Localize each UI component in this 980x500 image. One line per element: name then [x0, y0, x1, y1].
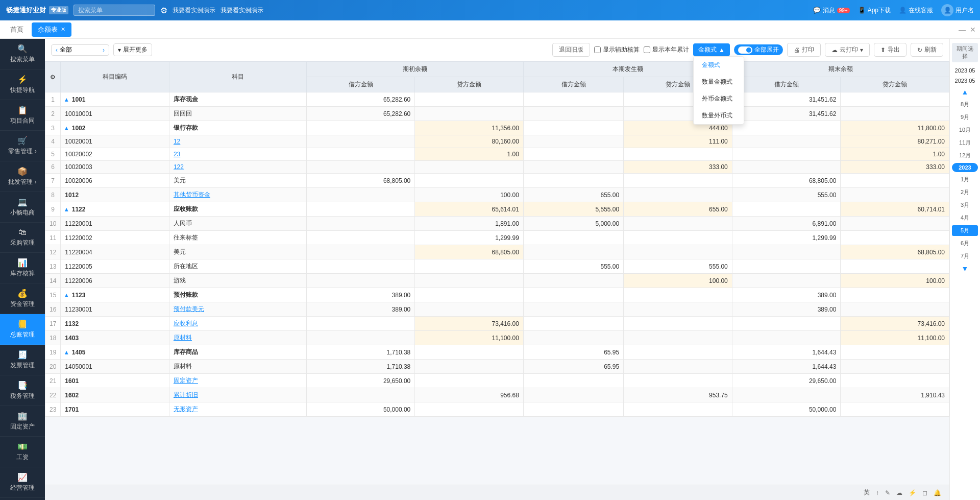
sidebar-item-invoice[interactable]: 🧾 发票管理	[0, 345, 45, 375]
project-icon: 📋	[2, 105, 43, 115]
month-jan[interactable]: 1月	[952, 174, 978, 185]
sidebar-item-nav[interactable]: ⚡ 快捷导航	[0, 69, 45, 100]
demo-link[interactable]: 我要看实例演示	[173, 6, 215, 15]
sidebar-item-ecommerce[interactable]: 💻 小畅电商	[0, 192, 45, 223]
col-settings-icon[interactable]: ⚙	[50, 74, 56, 81]
status-item-lang[interactable]: 英	[864, 488, 870, 497]
month-may[interactable]: 5月	[952, 225, 978, 236]
table-row-name[interactable]: 固定资产	[169, 374, 306, 388]
user-action[interactable]: 👤 用户名	[941, 4, 974, 16]
month-dec[interactable]: 12月	[952, 150, 978, 161]
app-download-action[interactable]: 📱 App下载	[858, 6, 891, 15]
month-aug[interactable]: 8月	[952, 99, 978, 110]
sidebar-item-wholesale[interactable]: 📦 批发管理 ›	[0, 161, 45, 192]
table-row-name[interactable]: 累计折旧	[169, 388, 306, 402]
tab-home[interactable]: 首页	[4, 22, 30, 37]
table-row-closing-credit: 100.00	[841, 274, 949, 288]
status-item-bolt[interactable]: ⚡	[909, 489, 916, 496]
forward-icon[interactable]: ›	[103, 46, 105, 54]
month-mar[interactable]: 3月	[952, 200, 978, 210]
table-row-code: 10020006	[61, 174, 169, 188]
sidebar-item-inventory[interactable]: 📊 库存核算	[0, 253, 45, 283]
format-option-amount[interactable]: 金额式	[694, 57, 744, 74]
table-row-opening-credit: 80,160.00	[415, 135, 524, 148]
table-row-period-debit	[523, 161, 623, 174]
back-icon[interactable]: ‹	[56, 46, 58, 54]
table-row-name: 往来标签	[169, 231, 306, 245]
sidebar-item-accounting[interactable]: 📒 总账管理	[0, 314, 45, 345]
period-down-arrow[interactable]: ▼	[961, 264, 970, 274]
sidebar-item-project[interactable]: 📋 项目合同	[0, 100, 45, 131]
sidebar-item-fixed-assets[interactable]: 🏢 固定资产	[0, 406, 45, 437]
status-item-edit[interactable]: ✎	[885, 489, 890, 496]
table-row: 3	[45, 121, 61, 135]
format-mode-btn[interactable]: 金额式 ▲	[693, 43, 730, 56]
table-row-name[interactable]: 应收利息	[169, 317, 306, 331]
tab-balance-close[interactable]: ✕	[61, 26, 65, 33]
month-feb[interactable]: 2月	[952, 187, 978, 198]
tab-balance[interactable]: 余额表 ✕	[32, 22, 71, 37]
status-item-bell[interactable]: 🔔	[934, 489, 941, 496]
refresh-btn[interactable]: ↻ 刷新	[911, 43, 943, 57]
sidebar-item-retail[interactable]: 🛒 零售管理 ›	[0, 131, 45, 161]
period-up-arrow[interactable]: ▲	[961, 87, 970, 97]
table-row-name[interactable]: 23	[169, 148, 306, 161]
global-search-input[interactable]	[74, 5, 155, 16]
col-settings[interactable]: ⚙	[45, 62, 61, 92]
month-nov[interactable]: 11月	[952, 137, 978, 148]
sidebar-item-sales[interactable]: 🧮 小畅报销	[0, 498, 45, 500]
status-item-box[interactable]: ◻	[922, 489, 927, 496]
cloud-print-btn[interactable]: ☁ 云打印 ▾	[825, 43, 870, 57]
col-opening-credit: 贷方金额	[415, 77, 524, 92]
sidebar-item-payroll[interactable]: 💵 工资	[0, 437, 45, 467]
expand-all-toggle[interactable]: 全部展开	[734, 44, 783, 55]
month-jul[interactable]: 7月	[952, 251, 978, 261]
status-item-arrow[interactable]: ↑	[876, 489, 879, 496]
table-row-name[interactable]: 12	[169, 135, 306, 148]
sidebar-item-purchase[interactable]: 🛍 采购管理	[0, 223, 45, 253]
window-close[interactable]: ✕	[970, 26, 976, 34]
show-annual-checkbox[interactable]	[644, 46, 650, 53]
print-btn[interactable]: 🖨 打印	[787, 43, 821, 57]
table-row-name[interactable]: 预付款美元	[169, 302, 306, 317]
format-option-qty-foreign[interactable]: 数量外币式	[694, 107, 744, 124]
table-row: 16	[45, 302, 61, 317]
col-opening-header: 期初余额	[306, 62, 523, 77]
table-row-opening-debit: 68,805.00	[306, 174, 415, 188]
expand-more-btn[interactable]: ▾ 展开更多	[113, 43, 152, 56]
subject-search-input[interactable]	[60, 46, 101, 54]
toggle-switch[interactable]	[738, 46, 752, 54]
show-annual-check-label[interactable]: 显示本年累计	[644, 45, 689, 54]
status-item-cloud[interactable]: ☁	[896, 489, 902, 496]
show-assist-check-label[interactable]: 显示辅助核算	[594, 45, 640, 54]
message-action[interactable]: 💬 消息 99+	[813, 6, 850, 15]
sidebar-item-tax[interactable]: 📑 税务管理	[0, 375, 45, 406]
table-row-opening-credit	[415, 360, 524, 374]
window-minimize[interactable]: —	[959, 26, 966, 34]
export-btn[interactable]: ⬆ 导出	[874, 43, 906, 57]
table-row: 7	[45, 174, 61, 188]
table-row-period-credit	[624, 317, 732, 331]
table-row-name[interactable]: 其他货币资金	[169, 188, 306, 202]
month-apr[interactable]: 4月	[952, 212, 978, 223]
sidebar-item-finance[interactable]: 💰 资金管理	[0, 283, 45, 314]
settings-icon[interactable]: ⚙	[160, 6, 167, 15]
table-row-period-debit	[523, 231, 623, 245]
format-option-foreign-amount[interactable]: 外币金额式	[694, 90, 744, 107]
table-row-name[interactable]: 无形资产	[169, 402, 306, 417]
subject-search-box[interactable]: ‹ ›	[51, 44, 109, 56]
format-option-qty-amount[interactable]: 数量金额式	[694, 74, 744, 90]
online-service-action[interactable]: 👤 在线客服	[899, 6, 933, 15]
table-row-opening-debit	[306, 388, 415, 402]
table-row-name[interactable]: 原材料	[169, 331, 306, 345]
month-jun[interactable]: 6月	[952, 238, 978, 249]
table-row-name[interactable]: 122	[169, 161, 306, 174]
month-sep[interactable]: 9月	[952, 112, 978, 123]
show-assist-checkbox[interactable]	[594, 46, 601, 53]
year-2023[interactable]: 2023	[952, 163, 978, 172]
return-old-btn[interactable]: 退回旧版	[552, 43, 590, 57]
sidebar-item-search[interactable]: 🔍 搜索菜单	[0, 39, 45, 69]
sidebar-item-operations[interactable]: 📈 经营管理	[0, 467, 45, 498]
month-oct[interactable]: 10月	[952, 125, 978, 135]
demo-link-text[interactable]: 我要看实例演示	[220, 6, 263, 15]
